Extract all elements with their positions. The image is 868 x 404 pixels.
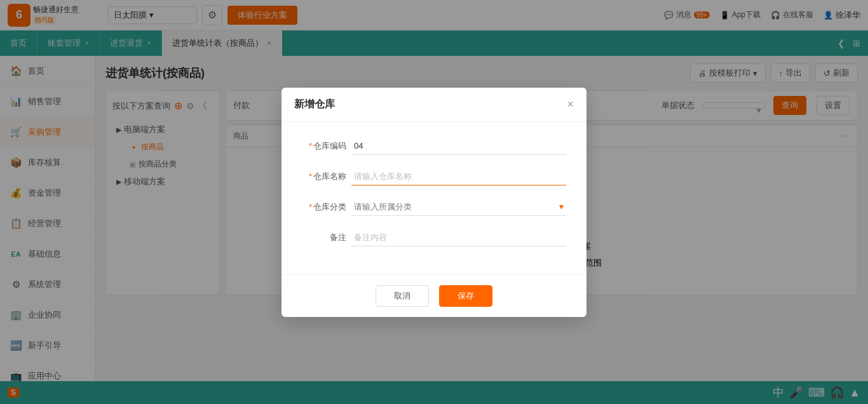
code-input[interactable]	[351, 137, 566, 155]
form-row-name: 仓库名称	[302, 168, 566, 185]
modal-close-button[interactable]: ×	[567, 98, 574, 111]
modal-body: 仓库编码 仓库名称 仓库分类 ▾ 备注	[281, 122, 587, 274]
code-label: 仓库编码	[302, 140, 346, 152]
form-row-category: 仓库分类 ▾	[302, 198, 566, 216]
cancel-button[interactable]: 取消	[376, 285, 429, 307]
category-label: 仓库分类	[302, 201, 346, 213]
form-row-code: 仓库编码	[302, 137, 566, 155]
modal-add-warehouse: 新增仓库 × 仓库编码 仓库名称 仓库分类 ▾	[281, 88, 587, 317]
name-input[interactable]	[351, 168, 566, 185]
category-input[interactable]	[351, 198, 566, 215]
modal-header: 新增仓库 ×	[281, 88, 587, 122]
modal-overlay: 新增仓库 × 仓库编码 仓库名称 仓库分类 ▾	[0, 0, 868, 404]
modal-title: 新增仓库	[294, 98, 335, 111]
remark-input[interactable]	[351, 229, 566, 246]
name-label: 仓库名称	[302, 171, 346, 182]
form-row-remark: 备注	[302, 229, 566, 246]
remark-label: 备注	[302, 232, 346, 243]
category-select-wrap: ▾	[351, 198, 566, 216]
save-button[interactable]: 保存	[439, 285, 492, 307]
modal-footer: 取消 保存	[281, 274, 587, 317]
